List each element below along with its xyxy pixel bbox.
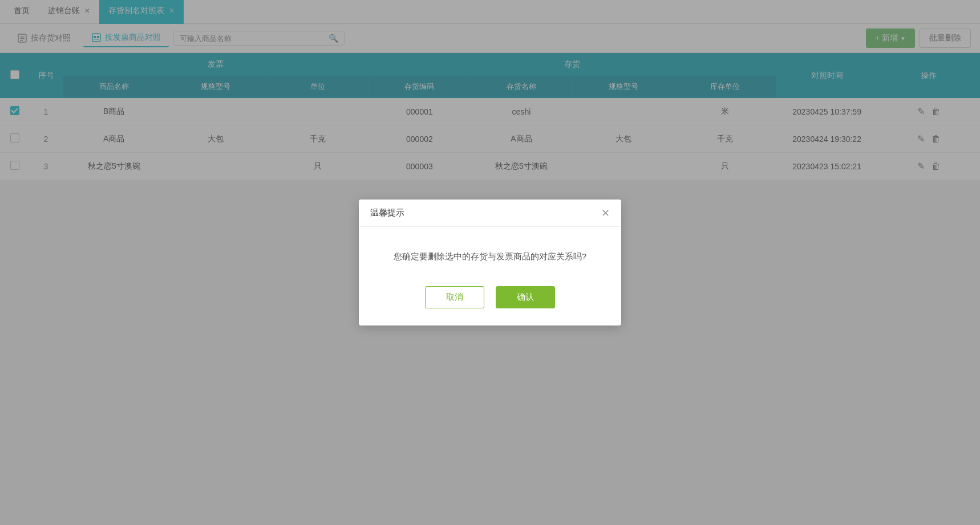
modal-overlay: 温馨提示 ✕ 您确定要删除选中的存货与发票商品的对应关系吗? 取消 确认 xyxy=(0,0,980,180)
